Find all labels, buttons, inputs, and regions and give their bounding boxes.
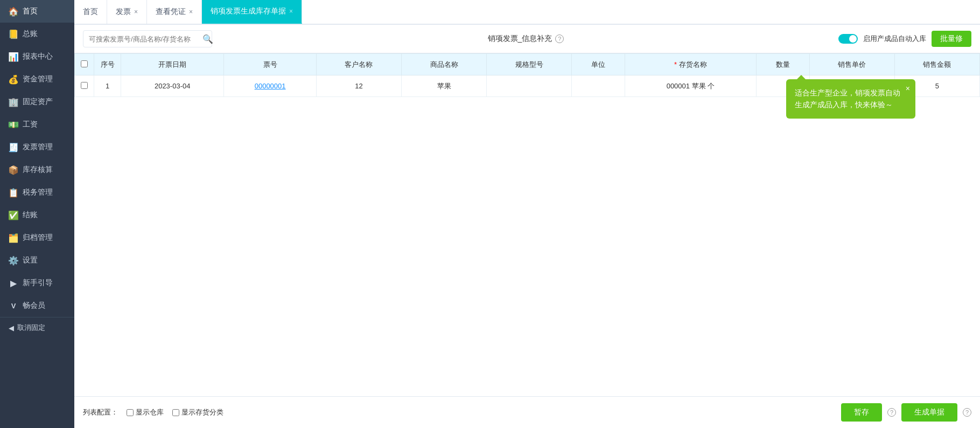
sidebar-item-tax[interactable]: 📋 税务管理 xyxy=(0,181,74,204)
header-seq: 序号 xyxy=(94,54,121,75)
reports-icon: 📊 xyxy=(9,52,18,61)
auto-warehouse-toggle[interactable] xyxy=(838,34,858,44)
tab-cancel-invoice-close[interactable]: × xyxy=(289,8,293,15)
home-icon: 🏠 xyxy=(9,6,18,16)
batch-button-label: 批量修 xyxy=(940,34,963,43)
tab-voucher-label: 查看凭证 xyxy=(156,7,186,17)
sidebar-item-assets[interactable]: 🏢 固定资产 xyxy=(0,91,74,113)
vip-icon: V xyxy=(9,301,18,310)
toggle-knob xyxy=(849,35,857,43)
search-button[interactable]: 🔍 xyxy=(202,34,213,44)
table-wrap: 序号 开票日期 票号 客户名称 商品名称 xyxy=(74,53,980,396)
archive-icon: 🗂️ xyxy=(9,233,18,243)
tab-voucher[interactable]: 查看凭证 × xyxy=(147,0,202,24)
header-quantity: 数量 xyxy=(757,54,810,75)
sidebar-item-settle[interactable]: ✅ 结账 xyxy=(0,204,74,226)
show-warehouse-label: 显示仓库 xyxy=(136,408,164,417)
save-help-icon[interactable]: ? xyxy=(887,408,896,417)
sidebar-item-ledger-label: 总账 xyxy=(23,29,38,39)
header-inventory: * 存货名称 xyxy=(625,54,756,75)
tooltip-bubble: × 适合生产型企业，销项发票自动生成产成品入库，快来体验～ xyxy=(786,79,915,119)
toolbar-right: 启用产成品自动入库 批量修 xyxy=(838,31,971,47)
table-header-row: 序号 开票日期 票号 客户名称 商品名称 xyxy=(75,54,980,75)
content-area: 🔍 销项发票_信息补充 ? 启用产成品自动入库 批量修 xyxy=(74,25,980,428)
undo-label: 取消固定 xyxy=(17,323,45,333)
funds-icon: 💰 xyxy=(9,74,18,84)
inventory-icon: 📦 xyxy=(9,165,18,175)
sidebar-item-invoices-label: 发票管理 xyxy=(23,142,53,152)
sidebar-item-assets-label: 固定资产 xyxy=(23,97,53,107)
tab-home-label: 首页 xyxy=(83,7,98,17)
bottom-actions: 暂存 ? 生成单据 ? xyxy=(841,403,971,422)
undo-fixed-button[interactable]: ◀ 取消固定 xyxy=(0,317,74,338)
sidebar-item-settings[interactable]: ⚙️ 设置 xyxy=(0,249,74,272)
sidebar-item-inventory[interactable]: 📦 库存核算 xyxy=(0,158,74,181)
sidebar-item-guide-label: 新手引导 xyxy=(23,278,53,288)
show-category-checkbox[interactable]: 显示存货分类 xyxy=(172,408,223,417)
bottom-bar: 列表配置： 显示仓库 显示存货分类 暂存 ? 生成单据 ? xyxy=(74,396,980,428)
header-spec: 规格型号 xyxy=(487,54,572,75)
sidebar-item-funds-label: 资金管理 xyxy=(23,74,53,84)
sidebar-item-home[interactable]: 🏠 首页 xyxy=(0,0,74,23)
sidebar-item-reports[interactable]: 📊 报表中心 xyxy=(0,45,74,68)
header-date: 开票日期 xyxy=(121,54,224,75)
sidebar-item-tax-label: 税务管理 xyxy=(23,188,53,197)
tab-invoice-close[interactable]: × xyxy=(134,8,138,16)
list-config-label: 列表配置： xyxy=(83,408,118,417)
main-area: 首页 发票 × 查看凭证 × 销项发票生成库存单据 × 🔍 销项发票_信息补充 … xyxy=(74,0,980,428)
sidebar-item-vip[interactable]: V 畅会员 xyxy=(0,294,74,317)
show-category-input[interactable] xyxy=(172,409,179,416)
row-checkbox-col xyxy=(75,75,94,97)
toggle-label: 启用产成品自动入库 xyxy=(863,34,926,44)
header-unit: 单位 xyxy=(572,54,625,75)
row-unit xyxy=(572,75,625,97)
row-date: 2023-03-04 xyxy=(121,75,224,97)
sidebar: 🏠 首页 📒 总账 📊 报表中心 💰 资金管理 🏢 固定资产 💵 工资 🧾 发票… xyxy=(0,0,74,428)
row-product: 苹果 xyxy=(402,75,487,97)
tab-invoice[interactable]: 发票 × xyxy=(107,0,147,24)
generate-button[interactable]: 生成单据 xyxy=(901,403,957,422)
tooltip-close-button[interactable]: × xyxy=(906,82,910,94)
sidebar-item-salary[interactable]: 💵 工资 xyxy=(0,113,74,136)
header-checkbox-col xyxy=(75,54,94,75)
tab-voucher-close[interactable]: × xyxy=(189,8,193,16)
sidebar-item-ledger[interactable]: 📒 总账 xyxy=(0,23,74,45)
toolbar-left: 🔍 xyxy=(83,30,213,47)
save-button[interactable]: 暂存 xyxy=(841,403,882,422)
tab-bar: 首页 发票 × 查看凭证 × 销项发票生成库存单据 × xyxy=(74,0,980,25)
sidebar-item-settle-label: 结账 xyxy=(23,210,38,220)
invoices-icon: 🧾 xyxy=(9,142,18,152)
sidebar-item-home-label: 首页 xyxy=(23,6,38,16)
guide-icon: ▶ xyxy=(9,278,18,288)
generate-help-icon[interactable]: ? xyxy=(963,408,971,417)
row-number[interactable]: 00000001 xyxy=(224,75,317,97)
row-checkbox[interactable] xyxy=(81,82,88,89)
row-inventory[interactable]: 000001 苹果 个 xyxy=(625,75,756,97)
sidebar-item-invoices[interactable]: 🧾 发票管理 xyxy=(0,136,74,158)
sidebar-item-settings-label: 设置 xyxy=(23,256,38,265)
sidebar-item-guide[interactable]: ▶ 新手引导 xyxy=(0,272,74,294)
salary-icon: 💵 xyxy=(9,120,18,129)
save-button-label: 暂存 xyxy=(854,408,869,416)
search-input[interactable] xyxy=(83,30,212,47)
header-amount: 销售金额 xyxy=(894,54,979,75)
tooltip-text: 适合生产型企业，销项发票自动生成产成品入库，快来体验～ xyxy=(795,88,900,109)
sidebar-item-funds[interactable]: 💰 资金管理 xyxy=(0,68,74,91)
select-all-checkbox[interactable] xyxy=(81,60,88,67)
info-help-icon[interactable]: ? xyxy=(555,34,564,43)
row-seq: 1 xyxy=(94,75,121,97)
batch-button[interactable]: 批量修 xyxy=(932,31,971,47)
tab-home[interactable]: 首页 xyxy=(74,0,107,24)
sidebar-item-inventory-label: 库存核算 xyxy=(23,165,53,175)
settings-icon: ⚙️ xyxy=(9,256,18,265)
sidebar-item-archive[interactable]: 🗂️ 归档管理 xyxy=(0,226,74,249)
tab-cancel-invoice[interactable]: 销项发票生成库存单据 × xyxy=(202,0,302,24)
tax-icon: 📋 xyxy=(9,188,18,197)
assets-icon: 🏢 xyxy=(9,97,18,107)
header-number: 票号 xyxy=(224,54,317,75)
show-warehouse-input[interactable] xyxy=(127,409,134,416)
sidebar-item-reports-label: 报表中心 xyxy=(23,52,53,61)
show-warehouse-checkbox[interactable]: 显示仓库 xyxy=(127,408,164,417)
ledger-icon: 📒 xyxy=(9,29,18,39)
row-spec xyxy=(487,75,572,97)
